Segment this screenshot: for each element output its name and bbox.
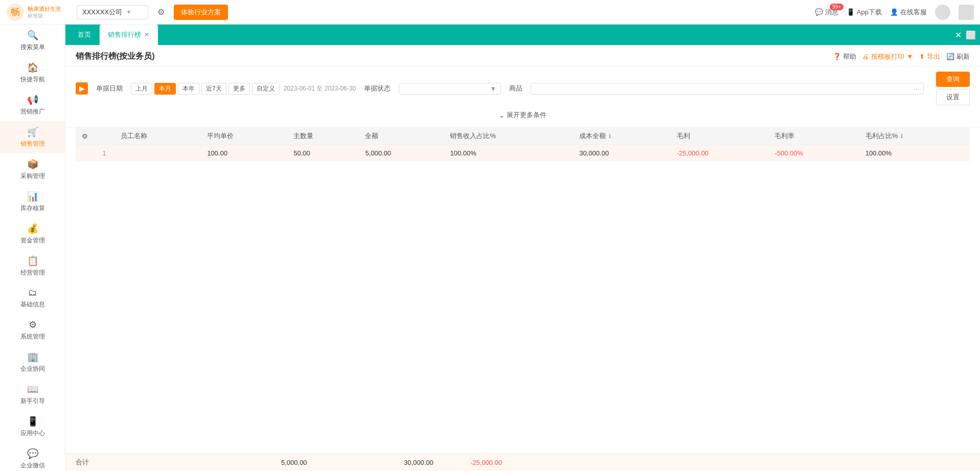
date-btn-7days[interactable]: 近7天 (201, 83, 226, 95)
search-icon: 🔍 (27, 30, 38, 41)
date-buttons: 上月 本月 本年 近7天 更多 自定义 2023-06-01 至 2023-06… (131, 83, 356, 95)
date-btn-more[interactable]: 更多 (229, 83, 250, 95)
footer-amount: 5,000.00 (275, 459, 336, 466)
row-rank: 1 (94, 145, 115, 162)
footer-gross-profit: -25,000.00 (464, 459, 526, 466)
company-selector[interactable]: XXXXXX公司 ▼ (77, 5, 148, 19)
tab-sales-rank[interactable]: 销售排行榜 ✕ (100, 25, 158, 45)
col-gross-ratio: 毛利占比% ℹ (859, 127, 970, 145)
query-button[interactable]: 查询 (936, 72, 970, 87)
sidebar-item-search[interactable]: 🔍 搜索菜单 (0, 25, 65, 57)
print-icon: 🖨 (862, 53, 869, 60)
table-header-row: ⚙ 员工名称 平均单价 主数量 全额 销售收入占比% 成本全额 ℹ 毛 (76, 127, 970, 145)
status-filter-select[interactable]: ▼ (399, 83, 501, 95)
sales-icon: 🛒 (27, 126, 38, 138)
sidebar-item-label-search: 搜索菜单 (20, 43, 45, 52)
sidebar-item-label-guide: 新手引导 (20, 397, 45, 406)
row-gross-margin: -500.00% (768, 145, 859, 162)
settings-button[interactable]: 设置 (936, 89, 970, 105)
row-sales-ratio: 100.00% (444, 145, 573, 162)
trial-button[interactable]: 体验行业方案 (174, 5, 228, 20)
sidebar-item-label-basic-info: 基础信息 (20, 300, 45, 309)
date-btn-custom[interactable]: 自定义 (252, 83, 280, 95)
gross-ratio-info-icon[interactable]: ℹ (901, 133, 903, 139)
app-center-icon: 📱 (27, 416, 38, 427)
sidebar-item-inventory[interactable]: 📊 库存核算 (0, 186, 65, 218)
sidebar-item-quick-nav[interactable]: 🏠 快捷导航 (0, 57, 65, 89)
row-gross-ratio: 100.00% (859, 145, 970, 162)
col-employee-name: 员工名称 (115, 127, 201, 145)
sidebar-item-label-finance: 资金管理 (20, 236, 45, 245)
data-table-container: ⚙ 员工名称 平均单价 主数量 全额 销售收入占比% 成本全额 ℹ 毛 (65, 127, 980, 453)
marketing-icon: 📢 (27, 94, 38, 105)
sidebar-item-wechat[interactable]: 💬 企业微信 (0, 443, 65, 471)
date-btn-this-year[interactable]: 本年 (178, 83, 199, 95)
date-btn-this-month[interactable]: 本月 (154, 83, 176, 95)
table-footer: 合计 5,000.00 30,000.00 -25,000.00 (65, 453, 980, 471)
message-button[interactable]: 💬 消息 99+ (815, 8, 838, 17)
tab-maximize-button[interactable]: ⬜ (966, 30, 976, 40)
user-avatar[interactable] (935, 5, 950, 20)
sidebar-item-label-enterprise: 企业协同 (20, 365, 45, 373)
row-settings[interactable] (76, 145, 94, 162)
more-conditions-toggle[interactable]: ⌄ 展开更多条件 (76, 108, 970, 122)
sidebar-item-sales[interactable]: 🛒 销售管理 (0, 121, 65, 153)
sidebar-item-label-wechat: 企业微信 (20, 461, 45, 470)
status-filter-label: 单据状态 (364, 84, 391, 93)
row-avg-price: 100.00 (201, 145, 287, 162)
row-cost-amount: 30,000.00 (573, 145, 671, 162)
tab-close-icon[interactable]: ✕ (144, 31, 149, 38)
help-icon: ❓ (833, 53, 841, 60)
export-button[interactable]: ⬆ 导出 (919, 52, 940, 61)
sidebar-item-enterprise[interactable]: 🏢 企业协同 (0, 346, 65, 378)
refresh-button[interactable]: 🔄 刷新 (946, 52, 970, 61)
message-icon: 💬 (815, 8, 823, 16)
sidebar-item-label-quick-nav: 快捷导航 (20, 75, 45, 84)
sidebar-item-marketing[interactable]: 📢 营销推广 (0, 89, 65, 121)
download-icon: 📱 (847, 8, 855, 16)
template-print-button[interactable]: 🖨 按模板打印 ▼ (862, 52, 913, 61)
svg-text:畅: 畅 (11, 7, 20, 17)
sidebar-item-finance[interactable]: 💰 资金管理 (0, 218, 65, 250)
date-filter-label: 单据日期 (96, 84, 123, 93)
sidebar-item-label-purchase: 采购管理 (20, 172, 45, 181)
chevron-down-icon: ▼ (126, 9, 131, 15)
sidebar-item-label-operations: 经营管理 (20, 268, 45, 277)
status-select-chevron-icon: ▼ (490, 85, 496, 93)
tab-close-window-button[interactable]: ✕ (955, 30, 962, 40)
date-range-text: 2023-06-01 至 2023-06-30 (284, 84, 356, 93)
sales-rank-table: ⚙ 员工名称 平均单价 主数量 全额 销售收入占比% 成本全额 ℹ 毛 (76, 127, 970, 162)
col-avg-price: 平均单价 (201, 127, 287, 145)
page-header: 销售排行榜(按业务员) ❓ 帮助 🖨 按模板打印 ▼ ⬆ (65, 45, 980, 66)
col-gross-profit: 毛利 (671, 127, 769, 145)
app-download-button[interactable]: 📱 App下载 (847, 8, 882, 17)
row-employee-name (115, 145, 201, 162)
sidebar-item-label-marketing: 营销推广 (20, 107, 45, 116)
sidebar-item-purchase[interactable]: 📦 采购管理 (0, 153, 65, 186)
home-tab-label: 首页 (78, 30, 91, 39)
date-btn-last-month[interactable]: 上月 (131, 83, 152, 95)
system-icon: ⚙ (29, 319, 37, 330)
sidebar-item-basic-info[interactable]: 🗂 基础信息 (0, 282, 65, 314)
cost-amount-info-icon[interactable]: ℹ (609, 133, 611, 139)
guide-icon: 📖 (27, 384, 38, 395)
goods-filter-select[interactable]: ··· (531, 83, 924, 95)
filter-toggle-button[interactable]: ▶ (76, 82, 88, 95)
tab-home[interactable]: 首页 (70, 25, 100, 45)
help-button[interactable]: ❓ 帮助 (833, 52, 856, 61)
sidebar-item-operations[interactable]: 📋 经营管理 (0, 250, 65, 282)
user-menu[interactable] (959, 5, 974, 20)
col-quantity: 主数量 (287, 127, 359, 145)
message-badge: 99+ (830, 4, 844, 10)
sidebar-item-system[interactable]: ⚙ 系统管理 (0, 314, 65, 346)
wechat-icon: 💬 (27, 448, 38, 459)
row-gross-profit: -25,000.00 (671, 145, 769, 162)
sidebar-item-app-center[interactable]: 📱 应用中心 (0, 411, 65, 443)
settings-icon[interactable]: ⚙ (153, 5, 169, 20)
company-name: XXXXXX公司 (82, 8, 122, 17)
online-service-button[interactable]: 👤 在线客服 (890, 8, 927, 17)
col-settings[interactable]: ⚙ (76, 127, 94, 145)
sidebar-item-guide[interactable]: 📖 新手引导 (0, 378, 65, 411)
sidebar: 🔍 搜索菜单 🏠 快捷导航 📢 营销推广 🛒 销售管理 📦 采购管理 📊 库存核… (0, 25, 65, 471)
col-sales-ratio: 销售收入占比% (444, 127, 573, 145)
